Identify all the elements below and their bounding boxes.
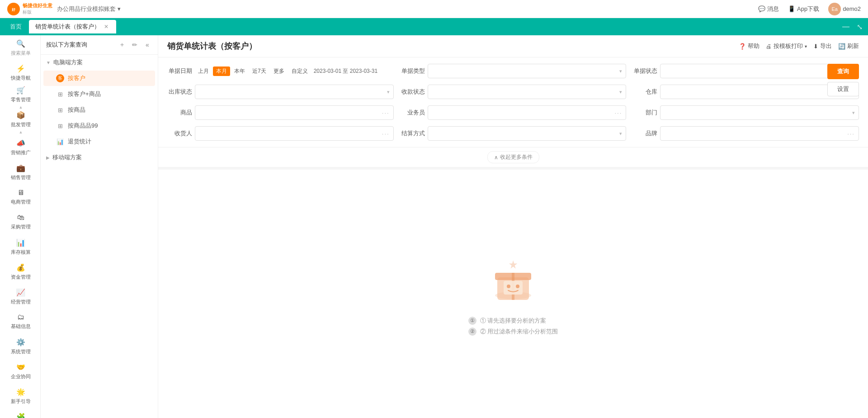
svg-text:好: 好	[11, 8, 16, 12]
settings-button[interactable]: 设置	[827, 82, 859, 96]
date-tab-more[interactable]: 更多	[270, 66, 288, 76]
scheme-collapse-button[interactable]: «	[142, 40, 152, 50]
sidebar-item-newbie[interactable]: 🌟 新手引导	[0, 384, 40, 408]
message-button[interactable]: 💬 消息	[758, 5, 779, 13]
retail-icon: 🛒	[16, 86, 25, 95]
sidebar-basic-label: 基础信息	[11, 323, 31, 330]
operations-icon: 📈	[16, 288, 25, 297]
sidebar-item-quicknav[interactable]: ⚡ 快捷导航	[0, 60, 40, 85]
app-selector[interactable]: 办公用品行业模拟账套 ▾	[57, 5, 121, 13]
retail-expand-icon: ▲	[19, 105, 23, 109]
filter-row-4: 收货人 ··· 结算方式 ▾ 品牌	[167, 126, 859, 141]
scheme-desktop-group-title[interactable]: ▼ 电脑端方案	[41, 55, 158, 70]
wholesale-icon: 📦	[16, 111, 25, 119]
outstatus-input[interactable]: ▾	[195, 85, 394, 99]
filter-row-1: 单据日期 上月 本月 本年 近7天 更多 自定义 20	[167, 64, 859, 78]
enterprise-icon: 🤝	[16, 363, 25, 371]
top-header-right: 💬 消息 📱 App下载 Ea demo2	[758, 3, 861, 15]
refresh-label: 刷新	[847, 42, 859, 50]
scheme-item-by-product-99[interactable]: ⊞ 按商品品99	[43, 118, 155, 133]
help-icon: ❓	[739, 43, 746, 50]
scheme-desktop-group-label: 电脑端方案	[53, 58, 83, 66]
scheme-mobile-group-title[interactable]: ▶ 移动端方案	[41, 150, 158, 165]
product-input[interactable]: ···	[195, 105, 394, 120]
date-tab-this-year[interactable]: 本年	[231, 66, 248, 76]
customer-product-icon: ⊞	[56, 90, 64, 98]
chevron-down-icon: ▾	[118, 5, 121, 12]
settlement-label: 结算方式	[400, 129, 425, 138]
salesperson-label: 业务员	[400, 109, 425, 117]
user-menu[interactable]: Ea demo2	[828, 3, 861, 15]
empty-step-2: ② ② 用过滤条件来缩小分析范围	[468, 328, 558, 336]
close-icon[interactable]: ✕	[103, 23, 110, 30]
consignee-dots-icon: ···	[382, 130, 390, 137]
sidebar-item-inventory[interactable]: 📊 库存核算	[0, 234, 40, 259]
app-download-button[interactable]: 📱 App下载	[788, 5, 819, 13]
date-tab-custom[interactable]: 自定义	[288, 66, 311, 76]
consignee-input[interactable]: ···	[195, 126, 394, 141]
scheme-panel: 按以下方案查询 ＋ ✏ « ▼ 电脑端方案 客 按客户 ⊞	[41, 35, 158, 418]
tab-home-label: 首页	[10, 23, 22, 31]
logo-area: 好 畅捷信好生意 标版	[7, 2, 52, 15]
doctype-input[interactable]: ▾	[428, 64, 627, 78]
app-download-label: App下载	[797, 5, 819, 13]
tab-sales-report[interactable]: 销货单统计表（按客户） ✕	[29, 20, 116, 33]
sidebar-item-retail[interactable]: 🛒 零售管理 ▲	[0, 85, 40, 110]
export-icon: ⬇	[813, 43, 818, 50]
filter-doctype-field: 单据类型 ▾	[400, 64, 627, 78]
sidebar-item-sales[interactable]: 💼 销售管理	[0, 160, 40, 185]
help-button[interactable]: ❓ 帮助	[739, 42, 760, 50]
date-range-value: 2023-03-01 至 2023-03-31	[314, 67, 377, 75]
scheme-item-return-stats[interactable]: 📊 退货统计	[43, 134, 155, 149]
sidebar-item-wholesale[interactable]: 📦 批发管理 ▲	[0, 110, 40, 135]
sidebar-operations-label: 经营管理	[11, 299, 31, 305]
scheme-item-customer-product[interactable]: ⊞ 按客户+商品	[43, 86, 155, 102]
empty-illustration	[484, 252, 542, 311]
scheme-edit-button[interactable]: ✏	[130, 40, 140, 50]
tab-expand-icon[interactable]: ⤡	[855, 21, 864, 33]
sidebar-search-label: 搜索菜单	[11, 50, 31, 57]
filter-row-2: 出库状态 ▾ 收款状态 ▾ 仓库	[167, 85, 859, 99]
sidebar-item-system[interactable]: ⚙️ 系统管理	[0, 334, 40, 359]
department-input[interactable]: ▾	[660, 105, 859, 120]
filter-warehouse-field: 仓库 ···	[632, 85, 859, 99]
sidebar-inventory-label: 库存核算	[11, 249, 31, 256]
date-tab-last-month[interactable]: 上月	[195, 66, 212, 76]
newbie-icon: 🌟	[16, 388, 25, 396]
chevron-right-icon: ▶	[46, 155, 50, 160]
collapse-button[interactable]: ∧ 收起更多条件	[487, 151, 539, 163]
date-label: 单据日期	[167, 67, 192, 75]
empty-state: ① ① 请先选择要分析的方案 ② ② 用过滤条件来缩小分析范围	[158, 170, 868, 418]
tab-home[interactable]: 首页	[4, 20, 28, 33]
refresh-button[interactable]: 🔄 刷新	[838, 42, 859, 50]
date-tabs: 上月 本月 本年 近7天 更多 自定义	[195, 66, 311, 76]
settlement-input[interactable]: ▾	[428, 126, 627, 141]
sidebar-item-basic[interactable]: 🗂 基础信息	[0, 309, 40, 334]
scheme-item-by-customer[interactable]: 客 按客户	[43, 71, 155, 86]
outstatus-label: 出库状态	[167, 88, 192, 96]
template-print-button[interactable]: 🖨 按模板打印 ▾	[766, 42, 807, 50]
sidebar-item-enterprise[interactable]: 🤝 企业协同	[0, 359, 40, 384]
date-tab-this-month[interactable]: 本月	[213, 66, 230, 76]
sidebar-item-ecommerce[interactable]: 🖥 电商管理	[0, 185, 40, 209]
sidebar-item-appcenter[interactable]: 🧩 应用中心	[0, 408, 40, 418]
export-button[interactable]: ⬇ 导出	[813, 42, 832, 50]
sidebar-item-marketing[interactable]: 📣 营销推广	[0, 135, 40, 160]
salesperson-input[interactable]: ···	[428, 105, 627, 120]
brand-input[interactable]: ···	[660, 126, 859, 141]
sidebar-item-search[interactable]: 🔍 搜索菜单	[0, 35, 40, 60]
purchase-icon: 🛍	[17, 214, 24, 222]
appcenter-icon: 🧩	[16, 413, 25, 418]
sidebar-item-operations[interactable]: 📈 经营管理	[0, 284, 40, 309]
user-name: demo2	[843, 5, 861, 12]
receivestatus-input[interactable]: ▾	[428, 85, 627, 99]
tab-collapse-icon[interactable]: —	[840, 21, 851, 33]
chevron-down-icon: ▼	[46, 60, 51, 65]
scheme-add-button[interactable]: ＋	[117, 40, 127, 50]
scheme-item-by-product[interactable]: ⊞ 按商品	[43, 102, 155, 118]
query-button[interactable]: 查询	[827, 64, 859, 79]
settlement-dropdown-icon: ▾	[619, 131, 622, 137]
sidebar-item-purchase[interactable]: 🛍 采购管理	[0, 209, 40, 234]
date-tab-7days[interactable]: 近7天	[249, 66, 269, 76]
sidebar-item-finance[interactable]: 💰 资金管理	[0, 259, 40, 284]
